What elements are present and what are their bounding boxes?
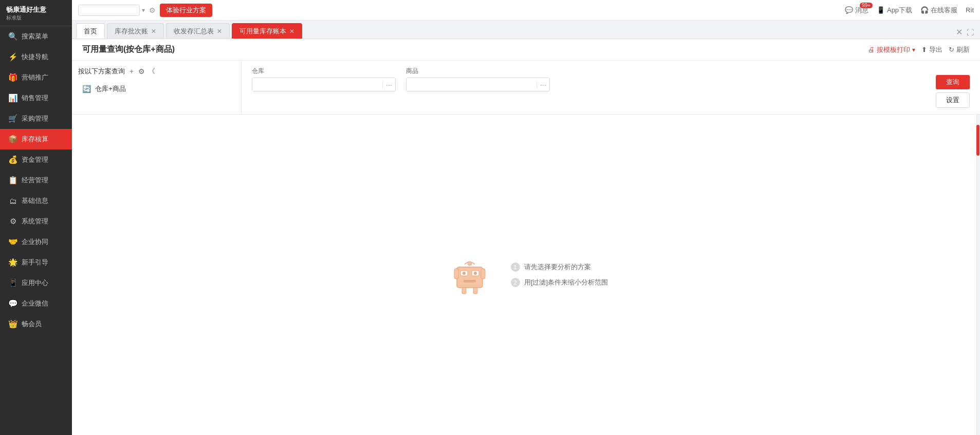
topbar-search-area: ▾ — [78, 5, 145, 16]
message-icon: 💬 — [845, 6, 853, 14]
purchase-icon: 🛒 — [8, 114, 17, 123]
tab-home-label: 首页 — [84, 27, 97, 36]
sidebar-item-label: 经营管理 — [22, 176, 48, 185]
topbar-search-input[interactable] — [78, 5, 140, 16]
sidebar-item-purchase[interactable]: 🛒 采购管理 — [0, 108, 72, 129]
shortcut-icon: ⚡ — [8, 52, 17, 62]
service-label: 在线客服 — [931, 6, 957, 15]
appcenter-icon: 📱 — [8, 278, 17, 288]
svg-rect-9 — [473, 288, 477, 294]
tab-available-label: 可用量库存账本 — [239, 27, 286, 36]
collapse-icon[interactable]: 《 — [148, 67, 155, 76]
sidebar-item-search[interactable]: 🔍 搜索菜单 — [0, 26, 72, 47]
query-button[interactable]: 查询 — [936, 75, 970, 89]
tab-available[interactable]: 可用量库存账本 ✕ — [232, 23, 302, 39]
svg-rect-6 — [454, 269, 458, 279]
tab-home[interactable]: 首页 — [76, 23, 105, 39]
main-area: ▾ ⚙ 体验行业方案 💬 消息 99+ 📱 App下载 🎧 在线客服 Rit — [72, 0, 980, 435]
scheme-option-label: 仓库+商品 — [95, 84, 126, 93]
username: Rit — [966, 6, 974, 14]
settings-scheme-button[interactable]: ⚙ — [138, 67, 145, 75]
search-icon: 🔍 — [8, 32, 17, 41]
tab-available-close[interactable]: ✕ — [289, 28, 294, 35]
sidebar-item-marketing[interactable]: 🎁 营销推广 — [0, 67, 72, 88]
scheme-option-warehouse-goods[interactable]: 🔄 仓库+商品 — [78, 81, 235, 97]
app-subtitle: 标准版 — [6, 14, 66, 22]
warehouse-input-wrap: ··· — [252, 78, 396, 91]
tab-batch-label: 库存批次账 — [115, 27, 148, 36]
sidebar: 畅康通好生意 标准版 🔍 搜索菜单 ⚡ 快捷导航 🎁 营销推广 📊 销售管理 🛒… — [0, 0, 72, 435]
topbar: ▾ ⚙ 体验行业方案 💬 消息 99+ 📱 App下载 🎧 在线客服 Rit — [72, 0, 980, 21]
export-button[interactable]: ⬆ 导出 — [921, 45, 942, 54]
refresh-icon: ↻ — [949, 46, 954, 53]
service-button[interactable]: 🎧 在线客服 — [920, 6, 957, 15]
tabbar: 首页 库存批次账 ✕ 收发存汇总表 ✕ 可用量库存账本 ✕ ✕ ⛶ — [72, 21, 980, 39]
phone-icon: 📱 — [877, 6, 885, 14]
refresh-button[interactable]: ↻ 刷新 — [949, 45, 970, 54]
tab-summary-close[interactable]: ✕ — [217, 28, 222, 35]
sidebar-item-enterprise[interactable]: 🤝 企业协同 — [0, 232, 72, 252]
message-button[interactable]: 💬 消息 99+ — [845, 6, 868, 15]
filter-settings-button[interactable]: 设置 — [936, 92, 970, 108]
goods-more-icon[interactable]: ··· — [537, 81, 549, 89]
tab-batch-close[interactable]: ✕ — [151, 28, 156, 35]
sidebar-item-member[interactable]: 👑 畅会员 — [0, 314, 72, 334]
trial-button[interactable]: 体验行业方案 — [160, 4, 212, 17]
sidebar-item-finance[interactable]: 💰 资金管理 — [0, 149, 72, 170]
print-button[interactable]: 🖨 按模板打印 ▾ — [868, 45, 915, 54]
print-icon: 🖨 — [868, 46, 875, 53]
sidebar-item-label: 应用中心 — [22, 278, 48, 288]
warehouse-more-icon[interactable]: ··· — [382, 81, 395, 89]
sidebar-item-system[interactable]: ⚙ 系统管理 — [0, 211, 72, 232]
goods-input[interactable] — [406, 78, 537, 91]
enterprise-icon: 🤝 — [8, 237, 17, 247]
sidebar-item-operations[interactable]: 📋 经营管理 — [0, 170, 72, 191]
sidebar-item-label: 搜索菜单 — [22, 32, 48, 41]
sidebar-item-wechat[interactable]: 💬 企业微信 — [0, 293, 72, 314]
app-title: 畅康通好生意 — [6, 5, 66, 14]
svg-point-3 — [463, 272, 466, 275]
filter-header-label: 按以下方案查询 — [78, 67, 125, 76]
filter-area: 按以下方案查询 ＋ ⚙ 《 🔄 仓库+商品 仓库 ··· 商品 — [72, 61, 980, 115]
sidebar-item-basic[interactable]: 🗂 基础信息 — [0, 191, 72, 211]
tab-summary[interactable]: 收发存汇总表 ✕ — [166, 23, 230, 39]
content-area: 1 请先选择要分析的方案 2 用[过滤]条件来缩小分析范围 — [72, 115, 980, 435]
basic-icon: 🗂 — [8, 197, 17, 205]
tab-batch[interactable]: 库存批次账 ✕ — [107, 23, 164, 39]
page-title: 可用量查询(按仓库+商品) — [82, 44, 175, 55]
sidebar-scroll: 🔍 搜索菜单 ⚡ 快捷导航 🎁 营销推广 📊 销售管理 🛒 采购管理 📦 库存核… — [0, 26, 72, 435]
sidebar-item-shortcut[interactable]: ⚡ 快捷导航 — [0, 47, 72, 67]
sidebar-item-sales[interactable]: 📊 销售管理 — [0, 88, 72, 108]
warehouse-label: 仓库 — [252, 67, 396, 75]
svg-point-4 — [474, 272, 477, 275]
add-scheme-button[interactable]: ＋ — [128, 67, 135, 76]
svg-rect-7 — [481, 269, 485, 279]
tabbar-right: ✕ ⛶ — [956, 27, 980, 39]
close-all-icon[interactable]: ✕ — [956, 27, 963, 37]
app-download-button[interactable]: 📱 App下载 — [877, 6, 912, 15]
sidebar-item-label: 库存核算 — [22, 135, 48, 144]
gear-icon[interactable]: ⚙ — [149, 6, 156, 14]
sidebar-item-label: 快捷导航 — [22, 52, 48, 62]
goods-input-wrap: ··· — [406, 78, 550, 91]
sidebar-item-inventory[interactable]: 📦 库存核算 — [0, 129, 72, 149]
tab-summary-label: 收发存汇总表 — [174, 27, 214, 36]
empty-tip-2: 2 用[过滤]条件来缩小分析范围 — [511, 278, 608, 287]
warehouse-input[interactable] — [252, 78, 382, 91]
topbar-right: 💬 消息 99+ 📱 App下载 🎧 在线客服 Rit — [845, 6, 974, 15]
user-menu[interactable]: Rit — [966, 6, 974, 14]
empty-state: 1 请先选择要分析的方案 2 用[过滤]条件来缩小分析范围 — [444, 249, 608, 300]
page-header: 可用量查询(按仓库+商品) 🖨 按模板打印 ▾ ⬆ 导出 ↻ 刷新 — [72, 39, 980, 61]
fullscreen-icon[interactable]: ⛶ — [967, 28, 974, 36]
svg-rect-5 — [464, 280, 476, 282]
sidebar-item-appcenter[interactable]: 📱 应用中心 — [0, 273, 72, 293]
sidebar-item-newguide[interactable]: 🌟 新手引导 — [0, 252, 72, 273]
print-dropdown-icon[interactable]: ▾ — [912, 46, 915, 53]
finance-icon: 💰 — [8, 155, 17, 164]
sidebar-item-label: 销售管理 — [22, 93, 48, 103]
chevron-down-icon[interactable]: ▾ — [142, 7, 145, 14]
right-scrollbar[interactable] — [976, 115, 980, 435]
sidebar-item-label: 基础信息 — [22, 196, 48, 205]
svg-point-10 — [468, 261, 472, 266]
member-icon: 👑 — [8, 319, 17, 329]
